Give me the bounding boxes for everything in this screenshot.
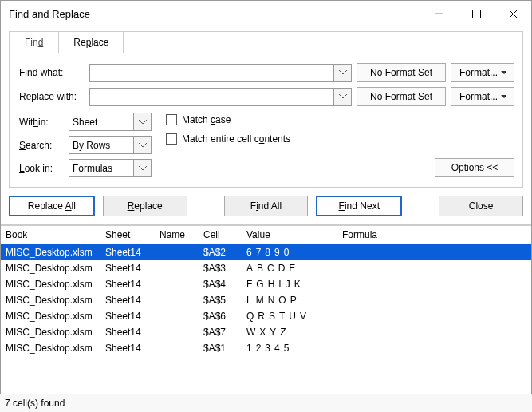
search-dropdown[interactable]	[133, 137, 151, 153]
cell-name	[155, 260, 199, 276]
cell-formula	[337, 308, 531, 324]
checkbox-icon	[166, 133, 177, 145]
cell-value: 67890	[242, 244, 337, 261]
cell-cell: $A$5	[199, 292, 242, 308]
cell-sheet: Sheet14	[100, 340, 155, 356]
match-entire-checkbox[interactable]: Match entire cell contents	[166, 133, 290, 145]
find-what-field[interactable]	[90, 65, 333, 81]
cell-sheet: Sheet14	[100, 276, 155, 292]
cell-value: QRSTUV	[242, 308, 337, 324]
form-area: Find what: No Format Set Format... Repla…	[10, 53, 522, 187]
tab-find[interactable]: Find	[10, 31, 58, 53]
cell-book: MISC_Desktop.xlsm	[1, 340, 100, 356]
find-what-dropdown[interactable]	[333, 65, 351, 81]
maximize-button[interactable]	[458, 1, 495, 26]
cell-cell: $A$1	[199, 340, 242, 356]
cell-book: MISC_Desktop.xlsm	[1, 276, 100, 292]
cell-cell: $A$3	[199, 260, 242, 276]
col-sheet[interactable]: Sheet	[100, 226, 155, 244]
within-dropdown[interactable]	[133, 113, 151, 130]
lookin-dropdown[interactable]	[133, 160, 151, 176]
replace-with-input[interactable]	[89, 88, 352, 106]
cell-sheet: Sheet14	[100, 308, 155, 324]
search-select[interactable]	[69, 136, 152, 154]
replace-with-field[interactable]	[90, 89, 333, 105]
cell-cell: $A$7	[199, 324, 242, 340]
tab-replace[interactable]: Replace	[58, 31, 124, 53]
cell-cell: $A$4	[199, 276, 242, 292]
table-row[interactable]: MISC_Desktop.xlsmSheet14$A$5LMNOP	[1, 292, 531, 308]
table-row[interactable]: MISC_Desktop.xlsmSheet14$A$4FGHIJK	[1, 276, 531, 292]
col-name[interactable]: Name	[155, 226, 199, 244]
close-dialog-button[interactable]: Close	[439, 196, 523, 216]
options-button[interactable]: Options <<	[435, 158, 514, 177]
action-buttons: Replace All Replace Find All Find Next C…	[9, 196, 523, 216]
within-select[interactable]	[69, 113, 152, 131]
within-label: Within:	[19, 117, 64, 128]
cell-cell: $A$6	[199, 308, 242, 324]
chevron-down-icon	[501, 95, 506, 99]
cell-book: MISC_Desktop.xlsm	[1, 308, 100, 324]
checkbox-icon	[166, 114, 177, 125]
search-label: Search:	[19, 140, 64, 151]
match-case-checkbox[interactable]: Match case	[166, 114, 290, 125]
find-format-button[interactable]: Format...	[451, 63, 514, 82]
replace-format-button[interactable]: Format...	[451, 87, 514, 106]
table-row[interactable]: MISC_Desktop.xlsmSheet14$A$267890	[1, 244, 531, 261]
window-title: Find and Replace	[9, 8, 90, 20]
lookin-select[interactable]	[69, 159, 152, 177]
match-case-label: Match case	[182, 114, 231, 125]
find-what-input[interactable]	[89, 64, 352, 82]
chevron-down-icon	[501, 71, 506, 75]
cell-sheet: Sheet14	[100, 260, 155, 276]
cell-book: MISC_Desktop.xlsm	[1, 244, 100, 261]
table-row[interactable]: MISC_Desktop.xlsmSheet14$A$112345	[1, 340, 531, 356]
cell-sheet: Sheet14	[100, 324, 155, 340]
find-all-button[interactable]: Find All	[224, 196, 309, 216]
find-what-label: Find what:	[19, 67, 85, 78]
replace-all-button[interactable]: Replace All	[9, 196, 95, 216]
col-formula[interactable]: Formula	[337, 226, 531, 244]
titlebar: Find and Replace	[1, 1, 531, 26]
col-value[interactable]: Value	[242, 226, 337, 244]
table-row[interactable]: MISC_Desktop.xlsmSheet14$A$6QRSTUV	[1, 308, 531, 324]
minimize-button[interactable]	[421, 1, 458, 26]
cell-sheet: Sheet14	[100, 244, 155, 261]
search-value[interactable]	[69, 137, 133, 153]
cell-value: 12345	[242, 340, 337, 356]
cell-value: ABCDE	[242, 260, 337, 276]
cell-value: FGHIJK	[242, 276, 337, 292]
lookin-label: Look in:	[19, 163, 64, 174]
cell-name	[155, 276, 199, 292]
lookin-value[interactable]	[69, 160, 133, 176]
cell-book: MISC_Desktop.xlsm	[1, 292, 100, 308]
cell-formula	[337, 292, 531, 308]
cell-book: MISC_Desktop.xlsm	[1, 260, 100, 276]
col-book[interactable]: Book	[1, 226, 100, 244]
replace-button[interactable]: Replace	[103, 196, 187, 216]
tab-strip: Find Replace	[10, 31, 522, 53]
within-value[interactable]	[69, 113, 133, 130]
col-cell[interactable]: Cell	[199, 226, 242, 244]
cell-name	[155, 244, 199, 261]
status-bar: 7 cell(s) found	[0, 394, 532, 412]
match-entire-label: Match entire cell contents	[182, 133, 290, 145]
cell-sheet: Sheet14	[100, 292, 155, 308]
cell-name	[155, 340, 199, 356]
svg-rect-1	[472, 10, 480, 18]
cell-formula	[337, 260, 531, 276]
table-row[interactable]: MISC_Desktop.xlsmSheet14$A$7WXYZ	[1, 324, 531, 340]
cell-formula	[337, 276, 531, 292]
replace-no-format: No Format Set	[357, 87, 446, 106]
cell-name	[155, 308, 199, 324]
results-panel: Book Sheet Name Cell Value Formula MISC_…	[1, 224, 531, 362]
find-no-format: No Format Set	[357, 63, 446, 82]
find-next-button[interactable]: Find Next	[316, 196, 402, 216]
cell-value: LMNOP	[242, 292, 337, 308]
cell-formula	[337, 324, 531, 340]
table-row[interactable]: MISC_Desktop.xlsmSheet14$A$3ABCDE	[1, 260, 531, 276]
close-button[interactable]	[495, 1, 531, 26]
results-table: Book Sheet Name Cell Value Formula MISC_…	[1, 225, 531, 356]
replace-with-dropdown[interactable]	[333, 89, 351, 105]
cell-value: WXYZ	[242, 324, 337, 340]
